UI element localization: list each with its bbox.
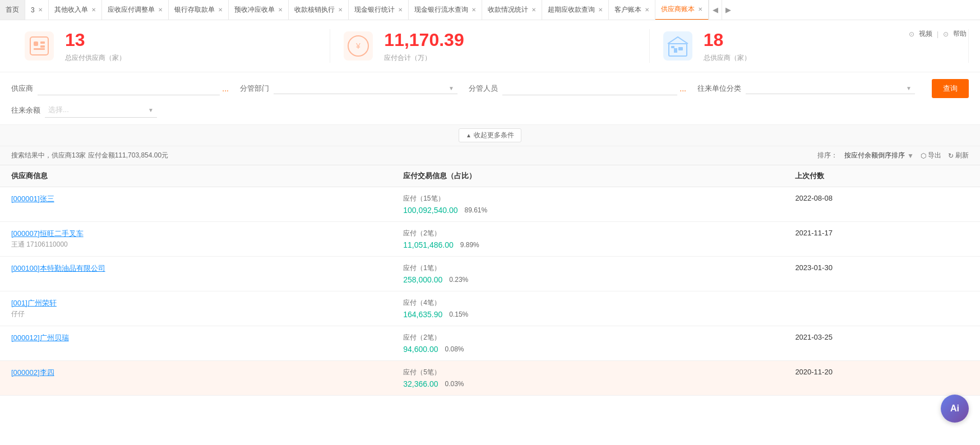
table-container: 供应商信息 应付交易信息（占比） 上次付数 [000001]张三应付（15笔）1…	[0, 165, 980, 396]
supplier-input[interactable]	[38, 82, 220, 95]
video-link[interactable]: 视频	[919, 29, 932, 39]
filter-category: 往来单位分类 ▼	[697, 83, 915, 94]
table-row: [000007]恒旺二手叉车王通 17106110000应付（2笔）11,051…	[0, 222, 980, 257]
stat-info-total-suppliers: 18 总供应商（家）	[704, 29, 751, 62]
close-tab-overdue[interactable]: ✕	[598, 7, 603, 13]
payable-cell-1: 应付（2笔）11,051,486.009.89%	[392, 222, 784, 257]
svg-rect-12	[678, 47, 683, 50]
nav-tab-overdue[interactable]: 超期应收款查询 ✕	[542, 0, 609, 20]
close-tab-payment-verify[interactable]: ✕	[338, 7, 343, 13]
supplier-link-2[interactable]: [000100]本特勤油品有限公司	[11, 264, 105, 272]
filter-supplier: 供应商 ...	[11, 82, 229, 95]
dept-select[interactable]: ▼	[274, 83, 457, 94]
close-tab-prepay[interactable]: ✕	[278, 7, 283, 13]
person-input[interactable]	[502, 82, 677, 95]
filter-area: 供应商 ... 分管部门 ▼ 分管人员 ... 往来单位分类	[0, 72, 980, 125]
close-tab-payment-stats[interactable]: ✕	[531, 7, 536, 13]
payable-amount-5[interactable]: 32,366.00	[403, 379, 438, 388]
nav-tab-prepay[interactable]: 预收冲应收单 ✕	[229, 0, 289, 20]
nav-tab-customer-book[interactable]: 客户账本 ✕	[609, 0, 655, 20]
supplier-cell-2: [000100]本特勤油品有限公司	[0, 257, 392, 291]
payable-cell-5: 应付（5笔）32,366.000.03%	[392, 361, 784, 396]
close-tab-bank-deposit[interactable]: ✕	[218, 7, 223, 13]
supplier-link-4[interactable]: [000012]广州贝瑞	[11, 333, 69, 342]
stat-label-payable-total: 应付合计（万）	[384, 53, 464, 63]
help-link[interactable]: 帮助	[953, 29, 967, 39]
close-tab-cash-bank-flow[interactable]: ✕	[471, 7, 476, 13]
svg-rect-4	[40, 45, 45, 48]
nav-prev-arrow[interactable]: ◀	[709, 0, 722, 20]
nav-tab-home[interactable]: 首页	[0, 0, 25, 20]
nav-tab-other-income[interactable]: 其他收入单 ✕	[49, 0, 102, 20]
nav-next-arrow[interactable]: ▶	[722, 0, 734, 20]
balance-label: 往来余额	[11, 105, 40, 115]
close-tab-3[interactable]: ✕	[38, 7, 43, 13]
category-select[interactable]: ▼	[746, 83, 915, 94]
payable-amount-2[interactable]: 258,000.00	[403, 275, 442, 284]
nav-tab-adjustment[interactable]: 应收应付调整单 ✕	[102, 0, 169, 20]
filter-row-2: 往来余额 选择... ▼	[11, 103, 969, 118]
supplier-icon-2: ¥	[341, 29, 375, 63]
collapse-button[interactable]: ▲ 收起更多条件	[459, 128, 521, 142]
close-tab-supplier-book[interactable]: ✕	[698, 6, 702, 12]
results-bar: 搜索结果中，供应商13家 应付金额111,703,854.00元 排序： 按应付…	[0, 146, 980, 165]
close-tab-cash-bank-stats[interactable]: ✕	[398, 7, 403, 13]
ai-badge[interactable]: Ai	[941, 395, 969, 423]
table-row: [000100]本特勤油品有限公司应付（1笔）258,000.000.23%20…	[0, 257, 980, 291]
payable-amount-1[interactable]: 11,051,486.00	[403, 240, 454, 249]
export-button[interactable]: ⬡ 导出	[921, 151, 941, 160]
payable-amount-3[interactable]: 164,635.90	[403, 310, 442, 319]
supplier-ellipsis[interactable]: ...	[222, 84, 229, 93]
supplier-icon-3	[661, 29, 695, 63]
payable-cell-2: 应付（1笔）258,000.000.23%	[392, 257, 784, 291]
nav-tab-bank-deposit[interactable]: 银行存取款单 ✕	[169, 0, 229, 20]
payable-cell-3: 应付（4笔）164,635.900.15%	[392, 291, 784, 326]
payable-label-5: 应付（5笔）	[403, 368, 773, 377]
col-payable-info: 应付交易信息（占比）	[392, 165, 784, 187]
payable-percent-0: 89.61%	[465, 206, 488, 214]
stat-block-payable-suppliers: 13 总应付供应商（家）	[11, 29, 330, 63]
sort-select[interactable]: 按应付余额倒序排序 ▼	[844, 151, 914, 160]
nav-tab-cash-bank-stats[interactable]: 现金银行统计 ✕	[349, 0, 409, 20]
payable-amount-4[interactable]: 94,600.00	[403, 345, 438, 354]
stat-number-total-suppliers: 18	[704, 29, 751, 50]
col-supplier-info: 供应商信息	[0, 165, 392, 187]
supplier-link-0[interactable]: [000001]张三	[11, 194, 54, 203]
supplier-cell-5: [000002]李四	[0, 361, 392, 396]
last-payment-cell-4: 2021-03-25	[784, 326, 980, 361]
supplier-link-1[interactable]: [000007]恒旺二手叉车	[11, 229, 84, 238]
supplier-icon-1	[22, 29, 56, 63]
sort-arrow-icon: ▼	[907, 152, 914, 160]
query-button[interactable]: 查询	[932, 79, 969, 98]
supplier-cell-4: [000012]广州贝瑞	[0, 326, 392, 361]
refresh-button[interactable]: ↻ 刷新	[948, 151, 969, 160]
close-tab-other-income[interactable]: ✕	[91, 7, 96, 13]
person-ellipsis[interactable]: ...	[679, 84, 686, 93]
close-tab-adjustment[interactable]: ✕	[158, 7, 163, 13]
top-navigation: 首页 3 ✕ 其他收入单 ✕ 应收应付调整单 ✕ 银行存取款单 ✕ 预收冲应收单…	[0, 0, 980, 20]
supplier-link-5[interactable]: [000002]李四	[11, 368, 54, 377]
payable-amount-0[interactable]: 100,092,540.00	[403, 206, 457, 215]
svg-rect-5	[34, 48, 45, 50]
nav-tab-cash-bank-flow[interactable]: 现金银行流水查询 ✕	[409, 0, 482, 20]
filter-row-1: 供应商 ... 分管部门 ▼ 分管人员 ... 往来单位分类	[11, 79, 969, 98]
supplier-table: 供应商信息 应付交易信息（占比） 上次付数 [000001]张三应付（15笔）1…	[0, 165, 980, 396]
balance-select[interactable]: 选择... ▼	[45, 103, 157, 118]
payable-label-4: 应付（2笔）	[403, 333, 773, 342]
payable-label-0: 应付（15笔）	[403, 194, 773, 203]
table-row: [001]广州荣轩仔仔应付（4笔）164,635.900.15%	[0, 291, 980, 326]
nav-tab-3[interactable]: 3 ✕	[25, 0, 49, 20]
export-icon: ⬡	[921, 152, 926, 160]
svg-rect-3	[40, 41, 45, 44]
dept-arrow-icon: ▼	[449, 85, 454, 91]
nav-tab-supplier-book[interactable]: 供应商账本 ✕	[655, 0, 709, 20]
collapse-row: ▲ 收起更多条件	[0, 125, 980, 146]
close-tab-customer-book[interactable]: ✕	[645, 7, 649, 13]
results-right: 排序： 按应付余额倒序排序 ▼ ⬡ 导出 ↻ 刷新	[817, 151, 969, 160]
supplier-link-3[interactable]: [001]广州荣轩	[11, 299, 57, 307]
nav-tab-payment-verify[interactable]: 收款核销执行 ✕	[289, 0, 349, 20]
payable-cell-4: 应付（2笔）94,600.000.08%	[392, 326, 784, 361]
payable-label-2: 应付（1笔）	[403, 263, 773, 273]
nav-tab-payment-stats[interactable]: 收款情况统计 ✕	[482, 0, 542, 20]
stat-label-payable-suppliers: 总应付供应商（家）	[65, 53, 126, 63]
